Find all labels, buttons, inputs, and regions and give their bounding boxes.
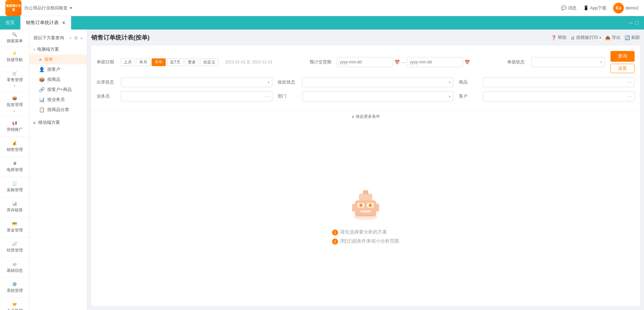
print-btn[interactable]: 🖨 按模板打印 ▾ [571, 35, 601, 41]
collapse-panel-btn[interactable]: « [80, 35, 83, 41]
status-label: 单据状态 [507, 59, 526, 65]
scheme-item-by-customer-product[interactable]: 🔗 按客户+商品 [30, 85, 87, 95]
product-select[interactable]: ··· [483, 77, 635, 87]
finance-icon: 💳 [12, 221, 17, 226]
sidebar-item-marketing[interactable]: 📢 营销推广 [0, 117, 29, 137]
salesperson-select[interactable]: ··· [121, 91, 272, 101]
scheme-group-pc: ▾ 电脑端方案 ● 按单 👤 按客户 📦 按商品 🔗 按客户+商品 [30, 44, 87, 115]
payment-status-select[interactable]: ▾ [302, 77, 453, 87]
sidebar-item-enterprise[interactable]: 🤝 企业协同 [0, 298, 29, 310]
by-salesperson-label: 按业务员 [47, 97, 65, 103]
salesperson-dots[interactable]: ··· [265, 93, 269, 99]
sidebar-quick-nav[interactable]: ⚡ 快捷导航 [0, 47, 29, 67]
topbar-right: 💬 消息 📱 App下载 Ea demo2 [561, 3, 639, 13]
scheme-item-by-category[interactable]: 📋 按商品分类 [30, 105, 87, 115]
date-btn-this-month[interactable]: 本月 [136, 58, 150, 66]
enterprise-icon: 🤝 [12, 302, 17, 307]
sidebar-item-wholesale[interactable]: 📦 批发管理 ▴ [0, 92, 29, 117]
payment-status-label: 收款状态 [278, 79, 297, 85]
filter-card: 单据日期 上月 本月 本年 近7天 更多 自定义 2023-01-01 至 20… [91, 46, 640, 108]
date-dash: — [401, 60, 406, 65]
customer-select[interactable]: ··· [483, 91, 635, 101]
operation-icon: 📈 [12, 242, 17, 246]
tab-sales-order-stats[interactable]: 销售订单统计表 ✕ [20, 16, 71, 30]
expected-date-start[interactable] [337, 57, 393, 67]
retail-arrow: ▾ [14, 84, 15, 88]
minimize-btn[interactable]: ─ [629, 20, 633, 26]
sidebar-item-system[interactable]: ⚙️ 系统管理 [0, 278, 29, 298]
scheme-group-pc-title[interactable]: ▾ 电脑端方案 [30, 44, 87, 54]
tab-sales-label: 销售订单统计表 [26, 20, 59, 26]
wholesale-label: 批发管理 [7, 102, 23, 108]
sidebar-item-retail[interactable]: 🛒 零售管理 ▾ [0, 67, 29, 92]
sidebar-item-operation[interactable]: 📈 经营管理 [0, 238, 29, 258]
app-selector[interactable]: 办公用品行业模拟账套 ▾ [24, 5, 72, 11]
collapse-bar[interactable]: ∧ 收起更多条件 [91, 111, 640, 122]
help-btn[interactable]: ❓ 帮助 [551, 35, 567, 41]
svg-rect-7 [359, 194, 372, 201]
sidebar-item-finance[interactable]: 💳 资金管理 [0, 217, 29, 238]
export-btn[interactable]: 📤 导出 [605, 35, 621, 41]
message-btn[interactable]: 💬 消息 [561, 5, 577, 11]
scheme-group-mobile-arrow: ▶ [34, 121, 36, 124]
operation-label: 经营管理 [7, 248, 23, 253]
retail-icon: 🛒 [12, 71, 17, 76]
purchase-label: 采购管理 [7, 187, 23, 193]
maximize-btn[interactable]: □ [635, 20, 639, 26]
filter-row-3: 业务员 ··· 部门 ▾ 客户 ··· [97, 91, 635, 101]
settings-btn[interactable]: 设置 [610, 64, 635, 73]
delivery-status-select[interactable]: ▾ [121, 77, 272, 87]
scheme-item-by-customer[interactable]: 👤 按客户 [30, 64, 87, 74]
sidebar-search[interactable]: 🔍 搜索菜单 [0, 30, 29, 47]
settings-scheme-btn[interactable]: ⚙ [74, 35, 78, 41]
page-header: 销售订单统计表(按单) ❓ 帮助 🖨 按模板打印 ▾ 📤 导出 [91, 34, 640, 42]
date-end-calendar-icon[interactable]: 📅 [465, 60, 470, 65]
svg-point-5 [369, 204, 372, 207]
sidebar-item-ecommerce[interactable]: 🖥 电商管理 [0, 157, 29, 177]
scheme-item-by-salesperson[interactable]: 📊 按业务员 [30, 95, 87, 105]
sidebar-item-sales[interactable]: 💰 销售管理 [0, 137, 29, 157]
expected-date-label: 预计交货期 [310, 59, 331, 65]
date-btn-custom[interactable]: 自定义 [200, 58, 218, 66]
date-btn-this-year[interactable]: 本年 [152, 58, 166, 66]
scheme-group-mobile-title[interactable]: ▶ 移动端方案 [30, 117, 87, 127]
date-btn-last-month[interactable]: 上月 [121, 58, 135, 66]
customer-dots[interactable]: ··· [627, 93, 632, 99]
scheme-item-by-order[interactable]: ● 按单 [30, 54, 87, 64]
date-start-calendar-icon[interactable]: 📅 [394, 60, 400, 65]
scheme-item-by-product[interactable]: 📦 按商品 [30, 74, 87, 85]
department-select[interactable]: ▾ [302, 91, 453, 101]
date-btn-last-7[interactable]: 近7天 [167, 58, 183, 66]
scheme-group-mobile: ▶ 移动端方案 [30, 117, 87, 127]
marketing-icon: 📢 [12, 121, 17, 125]
by-category-icon: 📋 [39, 107, 45, 112]
export-icon: 📤 [605, 35, 610, 40]
tab-home[interactable]: 首页 [0, 16, 20, 30]
message-icon: 💬 [561, 5, 567, 10]
quick-nav-icon: ⚡ [12, 51, 17, 56]
sidebar-item-basic[interactable]: 🗂 基础信息 [0, 258, 29, 278]
by-customer-label: 按客户 [47, 66, 60, 72]
app-download-icon: 📱 [583, 5, 589, 10]
app-download-btn[interactable]: 📱 App下载 [583, 5, 606, 11]
date-btn-more[interactable]: 更多 [185, 58, 199, 66]
tip2-text: 用[过滤]条件来缩小分析范围 [340, 238, 399, 244]
by-customer-product-icon: 🔗 [39, 87, 45, 92]
customer-label: 客户 [459, 93, 478, 99]
filter-row-1: 单据日期 上月 本月 本年 近7天 更多 自定义 2023-01-01 至 20… [97, 51, 635, 73]
ecommerce-icon: 🖥 [13, 161, 17, 166]
wholesale-icon: 📦 [12, 96, 17, 101]
status-select[interactable]: ▾ [531, 57, 605, 67]
product-dots[interactable]: ··· [627, 79, 632, 85]
query-btn[interactable]: 查询 [610, 51, 635, 62]
add-scheme-btn[interactable]: + [69, 35, 72, 41]
tab-close-icon[interactable]: ✕ [62, 20, 65, 25]
refresh-btn[interactable]: 🔄 刷新 [625, 35, 640, 41]
sidebar-item-purchase[interactable]: 🧾 采购管理 [0, 177, 29, 197]
system-label: 系统管理 [7, 288, 23, 294]
by-customer-product-label: 按客户+商品 [47, 87, 72, 93]
sidebar-item-inventory[interactable]: 📊 库存核算 [0, 197, 29, 217]
user-menu[interactable]: Ea demo2 [613, 3, 639, 13]
finance-label: 资金管理 [7, 227, 23, 233]
expected-date-end[interactable] [407, 57, 463, 67]
